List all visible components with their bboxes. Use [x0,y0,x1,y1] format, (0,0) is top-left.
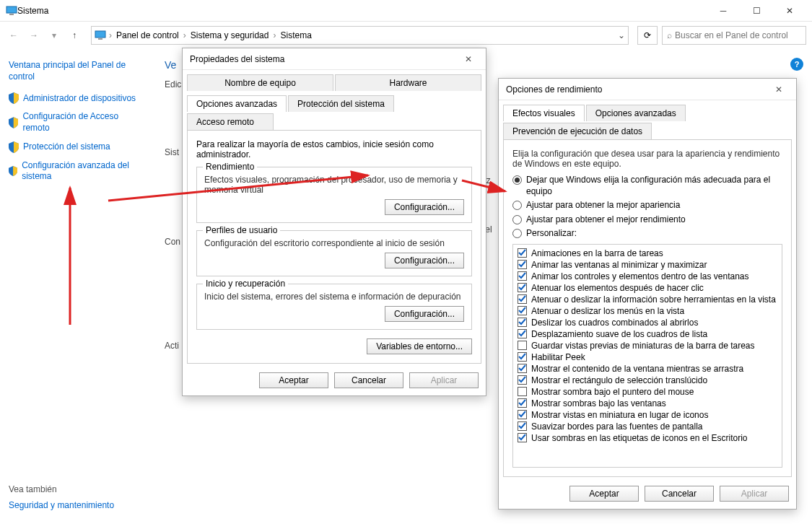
recent-dropdown[interactable]: ▾ [46,27,62,43]
radio-option-3[interactable]: Personalizar: [512,228,782,240]
ok-button[interactable]: Aceptar [569,486,639,502]
cancel-button[interactable]: Cancelar [645,486,714,502]
checkbox-item[interactable]: Atenuar o deslizar la información sobre … [518,294,777,305]
close-button[interactable]: ✕ [458,51,479,67]
refresh-button[interactable]: ⟳ [637,26,658,45]
radio-label: Ajustar para obtener el mejor rendimient… [526,214,686,226]
tab-advanced-options[interactable]: Opciones avanzadas [187,95,287,112]
breadcrumb[interactable]: Panel de control [115,30,180,40]
group-description: Inicio del sistema, errores del sistema … [204,292,464,302]
minimize-button[interactable]: ─ [707,0,740,22]
checkbox-label: Mostrar sombra bajo el puntero del mouse [531,387,694,397]
close-button[interactable]: ✕ [769,82,789,97]
see-also-header: Vea también [9,484,57,494]
up-button[interactable]: ↑ [66,27,82,43]
radio-icon [512,215,522,224]
radio-option-1[interactable]: Ajustar para obtener la mejor apariencia [512,200,782,211]
checkbox-label: Atenuar o deslizar los menús en la vista [531,306,684,316]
breadcrumb[interactable]: Sistema [279,30,313,40]
system-icon [6,5,17,17]
radio-icon [512,201,522,210]
visual-effects-checklist: Animaciones en la barra de tareasAnimar … [512,244,782,468]
tab-computer-name[interactable]: Nombre de equipo [187,74,333,91]
tab-system-protection[interactable]: Protección del sistema [288,95,394,112]
sidebar-item-device-manager[interactable]: Administrador de dispositivos [9,92,143,104]
dialog-title: Propiedades del sistema [190,54,458,64]
checkbox-label: Atenuar los elementos después de hacer c… [531,283,704,293]
user-profiles-group: Perfiles de usuario Configuración del es… [196,230,472,276]
ok-button[interactable]: Aceptar [259,372,328,388]
checkbox-icon [518,271,527,281]
checkbox-icon [518,318,527,327]
checkbox-label: Animaciones en la barra de tareas [531,248,663,258]
chevron-right-icon: › [273,30,276,40]
checkbox-item[interactable]: Mostrar sombras bajo las ventanas [518,398,777,409]
tab-remote-access[interactable]: Acceso remoto [187,113,274,130]
checkbox-icon [518,433,527,442]
checkbox-item[interactable]: Guardar vistas previas de miniaturas de … [518,340,777,351]
tab-hardware[interactable]: Hardware [335,74,481,91]
chevron-right-icon: › [183,30,186,40]
checkbox-item[interactable]: Animar las ventanas al minimizar y maxim… [518,259,777,271]
tab-advanced-options[interactable]: Opciones avanzadas [586,105,686,121]
shield-icon [9,165,17,177]
address-dropdown[interactable]: ⌄ [618,30,625,40]
checkbox-item[interactable]: Mostrar el rectángulo de selección trans… [518,375,777,386]
checkbox-item[interactable]: Desplazamiento suave de los cuadros de l… [518,328,777,340]
checkbox-item[interactable]: Habilitar Peek [518,351,777,363]
address-bar[interactable]: › Panel de control › Sistema y seguridad… [91,26,629,45]
checkbox-item[interactable]: Animar los controles y elementos dentro … [518,271,777,282]
apply-button[interactable]: Aplicar [409,372,479,388]
shield-icon [9,141,19,153]
group-label: Rendimiento [203,162,257,172]
cancel-button[interactable]: Cancelar [334,372,403,388]
sidebar-item-label: Configuración de Acceso remoto [22,111,143,134]
shield-icon [9,117,18,128]
help-icon[interactable]: ? [790,58,803,71]
checkbox-icon [518,260,527,269]
sidebar-item-system-protection[interactable]: Protección del sistema [9,141,143,153]
checkbox-item[interactable]: Mostrar el contenido de la ventana mient… [518,363,777,375]
breadcrumb[interactable]: Sistema y seguridad [189,30,271,40]
checkbox-item[interactable]: Suavizar bordes para las fuentes de pant… [518,421,777,432]
see-also-link[interactable]: Seguridad y mantenimiento [9,500,114,510]
checkbox-item[interactable]: Atenuar los elementos después de hacer c… [518,282,777,294]
maximize-button[interactable]: ☐ [740,0,773,22]
sidebar-item-advanced-system[interactable]: Configuración avanzada del sistema [9,160,143,183]
sidebar-item-remote-access[interactable]: Configuración de Acceso remoto [9,111,143,134]
checkbox-label: Deslizar los cuadros combinados al abrir… [531,318,698,328]
checkbox-label: Mostrar el contenido de la ventana mient… [531,364,743,374]
system-icon [95,30,106,41]
checkbox-item[interactable]: Usar sombras en las etiquetas de iconos … [518,432,777,444]
group-label: Inicio y recuperación [203,279,288,289]
checkbox-item[interactable]: Animaciones en la barra de tareas [518,248,777,259]
checkbox-label: Animar los controles y elementos dentro … [531,271,749,281]
checkbox-item[interactable]: Mostrar sombra bajo el puntero del mouse [518,386,777,398]
nav-bar: ← → ▾ ↑ › Panel de control › Sistema y s… [0,22,812,49]
checkbox-item[interactable]: Mostrar vistas en miniatura en lugar de … [518,409,777,421]
radio-option-0[interactable]: Dejar que Windows elija la configuración… [512,175,782,197]
back-button[interactable]: ← [6,27,22,43]
search-input[interactable]: ⌕ Buscar en el Panel de control [662,26,806,45]
checkbox-icon [518,421,527,431]
user-profiles-config-button[interactable]: Configuración... [385,253,464,268]
checkbox-item[interactable]: Atenuar o deslizar los menús en la vista [518,305,777,317]
startup-config-button[interactable]: Configuración... [385,306,464,322]
control-panel-home-link[interactable]: Ventana principal del Panel de control [9,59,143,82]
tab-visual-effects[interactable]: Efectos visuales [503,105,585,121]
checkbox-label: Habilitar Peek [531,352,585,362]
checkbox-label: Mostrar vistas en miniatura en lugar de … [531,410,708,420]
sidebar: Ventana principal del Panel de control A… [0,49,152,529]
checkbox-label: Desplazamiento suave de los cuadros de l… [531,329,707,339]
forward-button[interactable]: → [26,27,42,43]
dialog-title: Opciones de rendimiento [506,84,769,95]
close-button[interactable]: ✕ [773,0,806,22]
checkbox-label: Mostrar sombras bajo las ventanas [531,398,666,408]
radio-option-2[interactable]: Ajustar para obtener el mejor rendimient… [512,214,782,226]
apply-button[interactable]: Aplicar [720,486,789,502]
performance-config-button[interactable]: Configuración... [385,199,464,215]
tab-dep[interactable]: Prevención de ejecución de datos [503,123,652,139]
env-variables-button[interactable]: Variables de entorno... [367,338,472,354]
checkbox-item[interactable]: Deslizar los cuadros combinados al abrir… [518,317,777,328]
group-label: Perfiles de usuario [203,225,280,235]
